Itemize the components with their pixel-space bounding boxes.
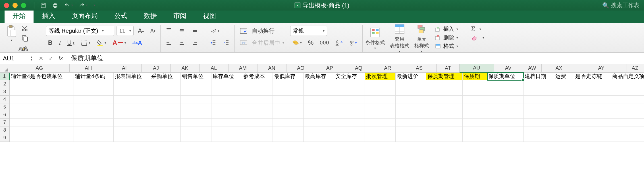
spreadsheet-grid[interactable]: AGAHAIAJAKALAMANAOAPAQARASATAUAVAWAXAYAZ… [0,64,644,142]
cell[interactable] [487,111,523,119]
cell[interactable] [396,103,426,111]
name-box[interactable]: AU1 ▴▾ [0,53,34,64]
cell-styles-button[interactable]: 单元 格样式▾ [414,23,429,53]
cell[interactable] [304,96,334,103]
border-button[interactable]: ▾ [79,38,92,48]
cell[interactable] [211,111,242,119]
orientation-button[interactable]: ab▾ [208,26,221,36]
cell[interactable] [611,80,644,88]
tab-插入[interactable]: 插入 [34,9,63,23]
cell[interactable] [554,119,574,126]
cell[interactable] [487,103,523,111]
cell[interactable] [273,88,304,96]
cell[interactable] [574,126,611,134]
save-icon[interactable] [40,2,46,9]
cell[interactable] [523,126,554,134]
cell[interactable] [365,111,396,119]
merge-icon[interactable] [238,38,250,48]
cell[interactable] [242,96,273,103]
cell[interactable] [365,119,396,126]
cell[interactable] [396,88,426,96]
paste-button[interactable]: ▾ [6,25,17,42]
formula-input[interactable]: 保质期单位 [68,54,103,63]
cell[interactable] [150,80,181,88]
minimize-window[interactable] [13,3,18,8]
delete-label[interactable]: 删除 [443,34,454,41]
column-header[interactable]: AJ [142,64,171,73]
cell[interactable] [487,96,523,103]
align-top-icon[interactable] [163,26,174,36]
increase-font-icon[interactable]: A▴ [136,26,146,36]
cell[interactable] [554,88,574,96]
cell[interactable] [304,126,334,134]
cell[interactable] [74,126,114,134]
cell[interactable] [487,126,523,134]
column-header[interactable]: AY [576,64,626,73]
phonetic-button[interactable]: abcA [130,38,144,48]
format-as-table-button[interactable]: 套用 表格格式▾ [390,23,409,53]
cell[interactable] [334,103,365,111]
cell[interactable]: 保质期 [463,73,487,80]
format-icon[interactable] [435,43,441,49]
cell[interactable] [365,103,396,111]
number-format-select[interactable]: 常规▾ [290,26,327,36]
undo-button[interactable]: ▾ [64,3,73,8]
cell[interactable] [242,126,273,134]
row-header[interactable]: 1 [0,73,10,80]
cell[interactable] [523,96,554,103]
cell[interactable] [334,119,365,126]
decrease-decimal-icon[interactable]: .00.0 [348,38,360,48]
cell[interactable] [273,134,304,142]
cell[interactable] [181,111,211,119]
cell[interactable] [574,119,611,126]
cell[interactable] [304,119,334,126]
cell[interactable] [426,111,463,119]
cell[interactable] [396,134,426,142]
column-header[interactable]: AR [373,64,402,73]
cell[interactable] [463,96,487,103]
zoom-window[interactable] [21,3,26,8]
cell[interactable] [463,126,487,134]
cell[interactable]: 销售单位 [181,73,211,80]
cell[interactable] [463,119,487,126]
tab-公式[interactable]: 公式 [106,9,135,23]
cell[interactable] [181,119,211,126]
cell[interactable] [426,119,463,126]
cell[interactable] [211,80,242,88]
align-right-icon[interactable] [190,38,200,48]
cell[interactable] [304,88,334,96]
redo-button[interactable]: ▾ [79,3,88,8]
cell[interactable] [396,126,426,134]
column-header[interactable]: AH [70,64,107,73]
cell[interactable] [114,111,150,119]
cell[interactable] [574,80,611,88]
cell[interactable] [211,126,242,134]
cell[interactable] [523,103,554,111]
column-header[interactable]: AP [315,64,344,73]
cell[interactable] [523,88,554,96]
cell[interactable] [365,134,396,142]
column-header[interactable]: AZ [626,64,644,73]
column-header[interactable]: AI [107,64,142,73]
conditional-format-button[interactable]: 条件格式▾ [365,27,385,50]
cell[interactable] [463,134,487,142]
column-header[interactable]: AO [286,64,315,73]
cell[interactable] [181,96,211,103]
cell[interactable] [114,126,150,134]
row-header[interactable]: 5 [0,103,10,111]
cell[interactable] [523,119,554,126]
cell[interactable] [242,119,273,126]
cell[interactable] [426,96,463,103]
cell[interactable] [554,80,574,88]
cell[interactable] [523,80,554,88]
format-label[interactable]: 格式 [443,42,454,50]
tab-数据[interactable]: 数据 [136,9,165,23]
cell[interactable] [211,103,242,111]
column-header[interactable]: AQ [344,64,373,73]
row-header[interactable]: 9 [0,134,10,142]
cell[interactable]: 保质期单位 [487,73,523,80]
cell[interactable] [334,88,365,96]
column-header[interactable]: AU [460,64,494,73]
cell[interactable] [273,96,304,103]
cell[interactable] [10,80,74,88]
